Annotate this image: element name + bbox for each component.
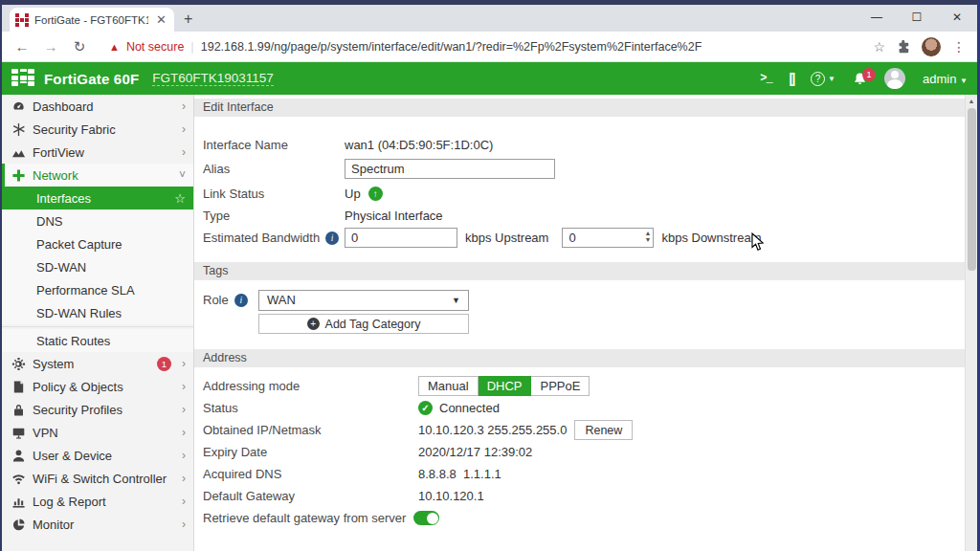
help-icon[interactable]: ?▼ [811, 72, 835, 86]
sidebar-item-policy-objects[interactable]: Policy & Objects› [2, 375, 193, 398]
addressing-mode-row: Addressing mode ManualDHCPPPPoE [194, 375, 965, 397]
admin-menu[interactable]: admin ▼ [923, 72, 968, 86]
sidebar-item-system[interactable]: System1› [2, 352, 193, 375]
sidebar-item-dashboard[interactable]: Dashboard› [2, 95, 193, 118]
addressing-mode-option-manual[interactable]: Manual [418, 376, 479, 396]
extensions-puzzle-icon[interactable] [897, 40, 910, 54]
plus-icon: + [307, 318, 320, 330]
sidebar-item-performance-sla[interactable]: Performance SLA [2, 278, 193, 301]
default-gateway-row: Default Gateway 10.10.120.1 [194, 485, 965, 507]
sidebar-item-sd-wan-rules[interactable]: SD-WAN Rules [2, 301, 193, 324]
alias-input[interactable] [345, 159, 555, 179]
retrieve-gateway-toggle[interactable] [413, 511, 439, 525]
renew-button[interactable]: Renew [574, 420, 633, 440]
window-maximize-button[interactable]: ☐ [897, 11, 937, 24]
estimated-bandwidth-row: Estimated Bandwidth i kbps Upstream ▲▼ k… [194, 227, 965, 249]
system-icon [11, 357, 26, 371]
upstream-bandwidth-input[interactable] [345, 228, 457, 248]
type-label: Type [203, 209, 345, 223]
new-tab-button[interactable]: + [184, 11, 192, 32]
tab-title: FortiGate - FGT60FTK19031157 [34, 14, 148, 26]
bookmark-star-icon[interactable]: ☆ [873, 39, 885, 55]
obtained-ip-label: Obtained IP/Netmask [203, 423, 418, 437]
network-icon [11, 168, 26, 183]
browser-tab[interactable]: FortiGate - FGT60FTK19031157 ✕ [10, 8, 174, 32]
sidebar-item-label: DNS [36, 214, 186, 229]
sidebar-item-packet-capture[interactable]: Packet Capture [2, 232, 193, 255]
interface-name-label: Interface Name [203, 138, 345, 152]
sidebar-item-wifi-switch-controller[interactable]: WiFi & Switch Controller› [2, 467, 193, 490]
chevron-right-icon: › [182, 145, 186, 159]
sidebar-item-log-report[interactable]: Log & Report› [2, 490, 193, 513]
address-bar[interactable]: ▲ Not secure | 192.168.1.99/ng/page/p/sy… [96, 39, 869, 54]
product-name: FortiGate 60F [44, 71, 139, 87]
cli-console-icon[interactable]: >_ [760, 72, 771, 85]
chevron-right-icon: › [182, 449, 186, 462]
role-select[interactable]: WAN ▼ [258, 290, 469, 311]
sidebar-item-label: Security Profiles [33, 403, 175, 417]
wifi-icon [11, 472, 26, 486]
user-icon [11, 449, 26, 463]
default-gateway-label: Default Gateway [203, 489, 418, 503]
fullscreen-icon[interactable]: [ ] [790, 71, 794, 86]
sidebar-item-dns[interactable]: DNS [2, 209, 193, 232]
not-secure-label[interactable]: Not secure [126, 40, 184, 54]
type-row: Type Physical Interface [194, 205, 965, 227]
browser-profile-avatar[interactable] [922, 37, 941, 56]
admin-avatar[interactable] [884, 68, 905, 89]
browser-menu-icon[interactable]: ⋮ [952, 39, 966, 55]
reload-icon[interactable]: ↻ [67, 38, 92, 55]
lock-icon [11, 403, 26, 417]
chevron-right-icon: › [182, 472, 186, 485]
notifications-bell-icon[interactable]: 1 [853, 72, 867, 86]
tab-close-icon[interactable]: ✕ [154, 13, 168, 26]
sidebar-item-security-profiles[interactable]: Security Profiles› [2, 398, 193, 421]
content-scrollbar[interactable]: ▲ ▼ [965, 95, 977, 551]
window-minimize-button[interactable]: — [857, 11, 897, 24]
addressing-mode-option-pppoe[interactable]: PPPoE [531, 376, 590, 396]
sidebar-item-security-fabric[interactable]: Security Fabric› [2, 118, 193, 141]
tags-section-header: Tags [194, 262, 965, 280]
role-row: Role i WAN ▼ [194, 289, 965, 311]
sidebar-item-monitor[interactable]: Monitor› [2, 513, 193, 536]
link-status-value: Up [345, 187, 361, 201]
url-text[interactable]: 192.168.1.99/ng/page/p/system/interface/… [201, 40, 702, 54]
info-icon[interactable]: i [325, 231, 339, 245]
monitor-icon [11, 518, 26, 532]
sidebar-item-label: Performance SLA [36, 283, 186, 298]
sidebar-item-label: Interfaces [36, 191, 167, 206]
chevron-right-icon: › [182, 99, 186, 113]
sidebar-item-sd-wan[interactable]: SD-WAN [2, 255, 193, 278]
browser-window: FortiGate - FGT60FTK19031157 ✕ + — ☐ ✕ ←… [0, 0, 980, 551]
interface-name-value: wan1 (04:D5:90:5F:1D:0C) [345, 138, 493, 152]
sidebar-item-interfaces[interactable]: Interfaces☆ [2, 187, 193, 209]
sidebar-item-static-routes[interactable]: Static Routes [2, 329, 193, 352]
scrollbar-thumb[interactable] [968, 108, 976, 271]
add-tag-category-button[interactable]: + Add Tag Category [258, 314, 469, 334]
device-serial-link[interactable]: FGT60FTK19031157 [152, 71, 274, 86]
sidebar-item-user-device[interactable]: User & Device› [2, 444, 193, 467]
browser-tab-bar: FortiGate - FGT60FTK19031157 ✕ + — ☐ ✕ [2, 5, 977, 32]
forward-icon[interactable]: → [38, 38, 63, 55]
sidebar-item-network[interactable]: Network˅ [2, 164, 193, 187]
mouse-cursor [751, 232, 764, 252]
downstream-bandwidth-input[interactable] [562, 228, 654, 248]
fortigate-header: FortiGate 60F FGT60FTK19031157 >_ [ ] ?▼… [2, 62, 977, 95]
spinner-arrows-icon[interactable]: ▲▼ [644, 230, 651, 243]
favorite-star-icon[interactable]: ☆ [174, 191, 186, 206]
sidebar-item-label: SD-WAN [36, 260, 186, 275]
sidebar-item-fortiview[interactable]: FortiView› [2, 141, 193, 164]
sidebar-item-label: Packet Capture [36, 237, 186, 252]
scroll-up-icon[interactable]: ▲ [966, 95, 977, 107]
status-label: Status [203, 401, 418, 415]
link-up-icon: ↑ [368, 187, 383, 201]
sidebar-item-vpn[interactable]: VPN› [2, 421, 193, 444]
window-close-button[interactable]: ✕ [937, 11, 977, 24]
info-icon[interactable]: i [234, 294, 248, 307]
addressing-mode-option-dhcp[interactable]: DHCP [479, 376, 532, 396]
security-fabric-icon [11, 122, 26, 137]
sidebar-item-label: User & Device [33, 449, 175, 463]
back-icon[interactable]: ← [10, 38, 34, 55]
add-tag-row: + Add Tag Category [194, 311, 965, 334]
sidebar-item-label: Dashboard [33, 99, 175, 114]
